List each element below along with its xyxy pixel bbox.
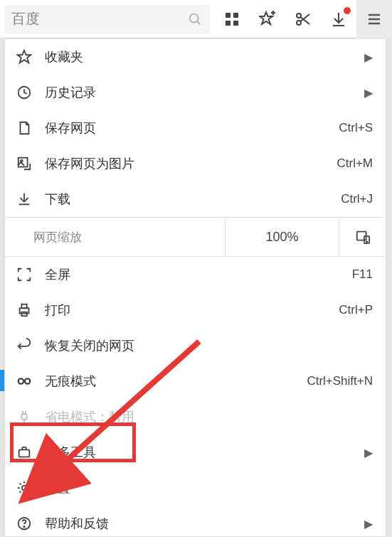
zoom-value[interactable]: 100% (225, 218, 339, 256)
menu-shortcut: Ctrl+P (339, 303, 373, 317)
gear-icon (16, 480, 32, 496)
search-placeholder: 百度 (11, 9, 187, 28)
menu-label: 省电模式：禁用 (45, 408, 373, 425)
apps-button[interactable] (214, 0, 250, 38)
devices-icon (355, 229, 371, 245)
svg-point-37 (22, 486, 26, 490)
menu-label: 保存网页 (45, 119, 326, 137)
add-favorite-button[interactable] (250, 0, 285, 38)
svg-rect-5 (233, 21, 238, 26)
svg-point-30 (18, 378, 23, 383)
chevron-right-icon: ▶ (364, 86, 373, 100)
browser-toolbar: 百度 (0, 0, 392, 38)
svg-rect-3 (233, 13, 238, 18)
help-icon (16, 516, 32, 531)
menu-item-settings[interactable]: 设置 (5, 470, 386, 506)
menu-item-restore-closed[interactable]: 恢复关闭的网页 (5, 328, 386, 363)
menu-shortcut: Ctrl+J (341, 192, 373, 206)
zoom-label: 网页缩放 (5, 218, 225, 256)
svg-rect-20 (18, 158, 28, 167)
menu-label: 收藏夹 (45, 48, 351, 65)
responsive-design-button[interactable] (339, 218, 386, 256)
menu-item-save-page[interactable]: 保存网页 Ctrl+S (5, 110, 386, 146)
chevron-right-icon: ▶ (364, 50, 373, 64)
menu-shortcut: Ctrl+Shift+N (307, 374, 373, 388)
menu-shortcut: F11 (352, 267, 373, 282)
search-icon (187, 11, 203, 27)
menu-label: 全屏 (45, 266, 339, 283)
menu-item-help[interactable]: 帮助和反馈 ▶ (5, 506, 386, 537)
menu-label: 历史记录 (45, 84, 351, 101)
svg-point-10 (297, 21, 301, 25)
clock-icon (16, 85, 32, 100)
svg-point-26 (366, 241, 366, 242)
menu-label: 帮助和反馈 (45, 515, 351, 532)
main-menu-panel: 收藏夹 ▶ 历史记录 ▶ 保存网页 Ctrl+S 保存网页为图片 Ctrl+M … (4, 38, 386, 537)
scissors-icon (295, 11, 312, 28)
fullscreen-icon (16, 267, 32, 282)
svg-rect-36 (19, 450, 30, 457)
svg-point-31 (25, 378, 30, 383)
menu-label: 打印 (45, 302, 326, 319)
undo-icon (16, 338, 32, 353)
menu-button[interactable] (356, 0, 392, 38)
chevron-right-icon: ▶ (364, 517, 373, 531)
menu-label: 更多工具 (45, 444, 351, 461)
chevron-right-icon: ▶ (364, 446, 373, 459)
svg-rect-4 (226, 21, 231, 26)
svg-line-1 (197, 21, 201, 24)
menu-item-save-image[interactable]: 保存网页为图片 Ctrl+M (5, 146, 386, 181)
downloads-button[interactable] (321, 0, 356, 38)
menu-label: 恢复关闭的网页 (45, 337, 373, 354)
star-icon (16, 49, 32, 65)
briefcase-icon (16, 445, 32, 460)
menu-item-history[interactable]: 历史记录 ▶ (5, 75, 386, 110)
menu-label: 保存网页为图片 (45, 155, 324, 172)
menu-label: 无痕模式 (45, 373, 294, 390)
screenshot-button[interactable] (285, 0, 321, 38)
menu-item-favorites[interactable]: 收藏夹 ▶ (5, 39, 386, 75)
svg-rect-32 (21, 414, 26, 419)
address-search-box[interactable]: 百度 (4, 5, 210, 33)
notification-dot (344, 7, 351, 14)
plug-icon (16, 409, 32, 425)
menu-item-print[interactable]: 打印 Ctrl+P (5, 292, 386, 328)
svg-point-39 (23, 526, 24, 527)
menu-item-fullscreen[interactable]: 全屏 F11 (5, 257, 386, 292)
menu-shortcut: Ctrl+M (337, 156, 373, 171)
menu-shortcut: Ctrl+S (339, 121, 373, 135)
svg-marker-18 (18, 50, 31, 63)
mask-icon (16, 373, 32, 389)
star-plus-icon (259, 11, 276, 28)
svg-rect-28 (21, 304, 26, 309)
page-icon (16, 120, 32, 136)
grid-icon (223, 11, 240, 28)
menu-label: 设置 (45, 479, 373, 496)
zoom-row: 网页缩放 100% (5, 217, 386, 257)
svg-marker-6 (260, 12, 272, 24)
page-image-icon (16, 156, 32, 171)
svg-point-9 (297, 14, 301, 18)
printer-icon (16, 302, 32, 318)
menu-label: 下载 (45, 191, 328, 208)
menu-item-more-tools[interactable]: 更多工具 ▶ (5, 435, 386, 470)
svg-rect-2 (226, 13, 231, 18)
download-icon (16, 191, 32, 207)
hamburger-icon (366, 11, 383, 28)
menu-item-downloads[interactable]: 下载 Ctrl+J (5, 181, 386, 217)
menu-item-power-save: 省电模式：禁用 (5, 399, 386, 435)
menu-item-incognito[interactable]: 无痕模式 Ctrl+Shift+N (5, 363, 386, 399)
